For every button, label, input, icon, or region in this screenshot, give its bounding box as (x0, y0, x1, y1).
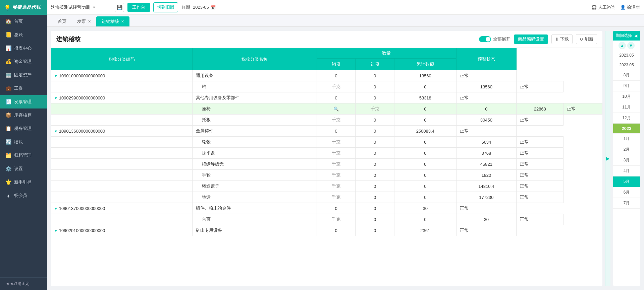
period-up-button[interactable]: ▲ (619, 42, 626, 49)
row-search-icon[interactable]: 🔍 (317, 103, 355, 115)
row-purchase: 0 (394, 148, 456, 159)
period-item[interactable]: 6月 (613, 187, 640, 198)
tab-reconcile-close[interactable]: ✕ (121, 19, 124, 24)
sidebar-item-member[interactable]: ♦ 畅会员 (0, 189, 47, 202)
row-total: 14810.4 (456, 181, 516, 192)
row-sales: 0 (356, 181, 394, 192)
sidebar-item-settings[interactable]: ⚙️ 设置 (0, 162, 47, 175)
expand-arrow[interactable]: ▼ (54, 96, 58, 100)
expand-toggle[interactable]: 全部展开 (479, 36, 511, 42)
sidebar-item-settlement[interactable]: 🔄 结账 (0, 135, 47, 149)
expand-switch[interactable] (479, 36, 491, 42)
sidebar-item-label: 总账 (14, 32, 23, 38)
row-unit: 千克 (317, 214, 355, 225)
user-info[interactable]: 👤 徐泽华 (620, 4, 640, 10)
refresh-button[interactable]: ↻ 刷新 (576, 34, 597, 44)
download-button[interactable]: ⬇ 下载 (551, 34, 573, 44)
sidebar-item-inventory[interactable]: 📦 库存核算 (0, 108, 47, 122)
workbench-button[interactable]: 工作台 (127, 3, 150, 12)
table-row[interactable]: 合页 千克 0 0 30 正常 (51, 214, 602, 225)
row-sales: 0 (356, 81, 394, 92)
row-unit: 千克 (317, 137, 355, 148)
sidebar-item-label: 结账 (14, 139, 23, 145)
refresh-label: 刷新 (585, 36, 593, 42)
period-item[interactable]: 11月 (613, 102, 640, 113)
table-row[interactable]: ▼1090299000000000000 其他专用设备及零部件 0 0 5331… (51, 92, 602, 103)
expand-arrow[interactable]: ▼ (54, 229, 58, 233)
sidebar-item-ledger[interactable]: 📒 总账 (0, 28, 47, 42)
save-button[interactable]: 💾 (115, 3, 124, 12)
main-panel: 进销稽核 全部展开 商品编码设置 ⬇ 下载 ↻ 刷新 (51, 31, 602, 286)
period-down-button[interactable]: ▼ (627, 42, 635, 49)
sidebar-unpin-button[interactable]: ◄◄取消固定 (0, 277, 47, 290)
period-item[interactable]: 2023.05 (613, 51, 640, 60)
period-item[interactable]: 10月 (613, 91, 640, 102)
calendar-icon[interactable]: 📅 (210, 5, 216, 10)
tab-home[interactable]: 首页 (52, 16, 72, 26)
sidebar-item-reports[interactable]: 📊 报表中心 (0, 42, 47, 55)
unpin-label: ◄◄取消固定 (5, 281, 30, 287)
table-row[interactable]: 抹平盘 千克 0 0 3768 正常 (51, 148, 602, 159)
tab-invoice-close[interactable]: ✕ (88, 19, 91, 24)
period-item[interactable]: 2月 (613, 144, 640, 155)
row-name: 锻件、粉末冶金件 (192, 203, 317, 214)
row-code: ▼1090137000000000000 (51, 203, 193, 214)
funds-icon: 💰 (5, 59, 11, 65)
support-button[interactable]: 🎧 人工咨询 (591, 4, 615, 10)
sidebar-item-tax[interactable]: 📋 税务管理 (0, 122, 47, 135)
sidebar-item-invoice[interactable]: 🧾 发票管理 (0, 95, 47, 108)
row-sales: 0 (394, 103, 456, 115)
sidebar-item-funds[interactable]: 💰 资金管理 (0, 55, 47, 68)
expand-arrow[interactable]: ▼ (54, 74, 58, 78)
table-row[interactable]: 轴 千克 0 0 13560 正常 (51, 81, 602, 92)
period-item[interactable]: 2023 (613, 124, 640, 134)
period-item[interactable]: 4月 (613, 166, 640, 176)
period-item[interactable]: 12月 (613, 113, 640, 124)
company-selector[interactable]: 沈海英测试经营勿删 ▼ (51, 4, 111, 10)
expand-arrow[interactable]: ▼ (54, 207, 58, 211)
table-row[interactable]: ▼1090136000000000000 金属铸件 0 0 250083.4 正… (51, 126, 602, 137)
expand-arrow[interactable]: ▼ (54, 129, 58, 133)
period-panel-toggle[interactable]: ▶ (605, 31, 610, 286)
table-row[interactable]: ▼1090100000000000000 通用设备 0 0 13560 正常 (51, 70, 602, 81)
row-name: 铸造盖子 (192, 181, 317, 192)
row-name: 其他专用设备及零部件 (192, 92, 317, 103)
row-total: 2361 (394, 225, 456, 236)
product-code-button[interactable]: 商品编码设置 (514, 34, 548, 44)
tab-invoice[interactable]: 发票 ✕ (72, 16, 96, 26)
guide-icon: 🌟 (5, 179, 11, 185)
sidebar-item-assets[interactable]: 🏢 固定资产 (0, 68, 47, 82)
table-row[interactable]: 托板 千克 0 0 30450 正常 (51, 115, 602, 126)
period-header: 期间选择 ◀ (613, 31, 640, 41)
sidebar-item-archive[interactable]: 🗂️ 归档管理 (0, 149, 47, 162)
row-name: 矿山专用设备 (192, 225, 317, 236)
table-row[interactable]: 手轮 千克 0 0 1820 正常 (51, 170, 602, 181)
oldver-button[interactable]: 切到旧版 (153, 2, 178, 12)
col-quantity-header: 数量 (317, 48, 456, 59)
table-row[interactable]: 地漏 千克 0 0 177230 正常 (51, 192, 602, 203)
tab-reconcile[interactable]: 进销稽核 ✕ (96, 16, 129, 26)
row-name: 抹平盘 (192, 148, 317, 159)
period-item[interactable]: 1月 (613, 134, 640, 144)
row-total: 3768 (456, 148, 516, 159)
table-row[interactable]: ▼1090137000000000000 锻件、粉末冶金件 0 0 30 正常 (51, 203, 602, 214)
period-item[interactable]: 9月 (613, 81, 640, 91)
row-sales: 0 (356, 115, 394, 126)
period-item[interactable]: 7月 (613, 198, 640, 209)
table-row[interactable]: 轮毂 千克 0 0 6634 正常 (51, 137, 602, 148)
row-total: 53318 (394, 92, 456, 103)
row-purchase: 0 (394, 170, 456, 181)
period-item[interactable]: 5月 (613, 176, 640, 187)
period-item[interactable]: 8月 (613, 70, 640, 81)
sidebar-item-home[interactable]: 🏠 首页 (0, 15, 47, 28)
reports-icon: 📊 (5, 45, 11, 51)
period-item[interactable]: 2023.05 (613, 60, 640, 70)
table-row[interactable]: 座椅🔍千克0022868正常 (51, 103, 602, 115)
table-row[interactable]: ▼1090201000000000000 矿山专用设备 0 0 2361 正常 (51, 225, 602, 236)
sidebar-item-guide[interactable]: 🌟 新手引导 (0, 175, 47, 189)
period-item[interactable]: 3月 (613, 155, 640, 166)
sidebar-item-label: 畅会员 (14, 193, 27, 199)
table-row[interactable]: 铸造盖子 千克 0 0 14810.4 正常 (51, 181, 602, 192)
table-row[interactable]: 绝缘导线壳 千克 0 0 45821 正常 (51, 159, 602, 170)
sidebar-item-salary[interactable]: 💼 工资 (0, 82, 47, 95)
